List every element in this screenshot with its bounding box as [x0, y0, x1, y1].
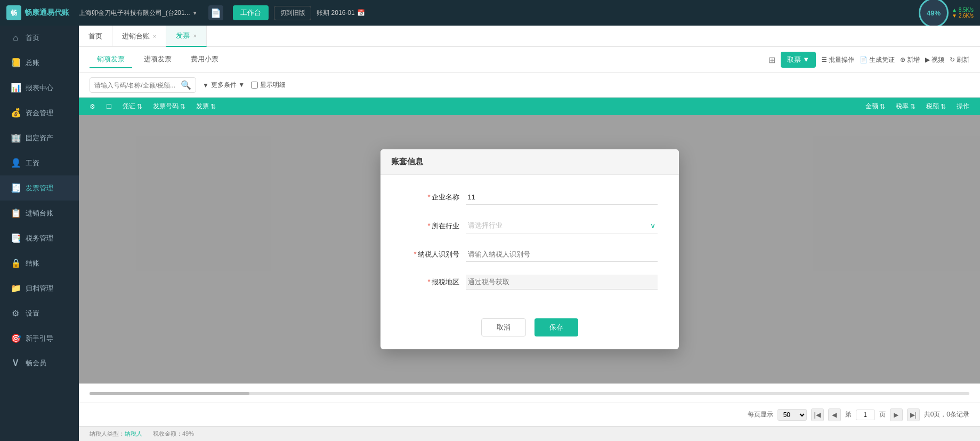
- pagination-bar: 每页显示 50 100 200 |◀ ◀ 第 页 ▶ ▶| 共0页，0条记录: [79, 403, 980, 426]
- tab-invoice[interactable]: 发票 ×: [166, 26, 206, 47]
- company-dropdown-arrow: ▼: [192, 10, 198, 16]
- content-area: 首页 进销台账 × 发票 × 销项发票 进项发票 费用小票 ⊞: [79, 26, 980, 441]
- filter-bar: 🔍 ▼ 更多条件 ▼ 显示明细: [79, 73, 980, 98]
- logo-text: 畅康通易代账: [25, 8, 69, 18]
- sidebar-item-home[interactable]: ⌂ 首页: [0, 26, 79, 50]
- company-selector[interactable]: 上海卯金刀电子科技有限公司_(台201... ▼: [79, 9, 198, 18]
- footer-text: 纳税人类型：纳税人: [90, 430, 142, 438]
- search-box[interactable]: 🔍: [90, 77, 196, 93]
- cancel-button[interactable]: 取消: [481, 318, 526, 336]
- modal-overlay: 账套信息 *企业名称 *所在行业: [79, 115, 980, 383]
- video-icon: ▶: [925, 56, 930, 63]
- refresh-button[interactable]: ↻ 刷新: [950, 55, 969, 65]
- show-detail-check[interactable]: [251, 82, 258, 89]
- first-page-button[interactable]: |◀: [811, 408, 824, 421]
- col-tax-amount[interactable]: 税额 ⇅: [926, 102, 946, 111]
- page-suffix: 页: [879, 410, 886, 419]
- gen-voucher-button[interactable]: 📄 生成凭证: [860, 55, 895, 65]
- sidebar-item-invoice[interactable]: 🧾 发票管理: [0, 175, 79, 201]
- main-layout: ⌂ 首页 📒 总账 📊 报表中心 💰 资金管理 🏢 固定资产 👤 工资 🧾 发票…: [0, 26, 980, 441]
- industry-select[interactable]: 请选择行业 ∨: [466, 218, 658, 234]
- add-button[interactable]: ⊕ 新增: [900, 55, 920, 65]
- filter-icon: ▼: [203, 82, 209, 89]
- reports-icon: 📊: [11, 83, 20, 93]
- last-page-button[interactable]: ▶|: [907, 408, 920, 421]
- per-page-select[interactable]: 50 100 200: [777, 409, 807, 421]
- sidebar-item-close[interactable]: 🔒 结账: [0, 251, 79, 276]
- sidebar-item-tax[interactable]: 📑 税务管理: [0, 226, 79, 251]
- batch-op-button[interactable]: ☰ 批量操作: [821, 55, 854, 65]
- form-row-tax-region: *报税地区: [402, 275, 658, 290]
- tab-purchase-close[interactable]: ×: [153, 33, 156, 39]
- footer-link[interactable]: 纳税人: [125, 430, 142, 437]
- search-icon[interactable]: 🔍: [181, 80, 191, 90]
- tab-home[interactable]: 首页: [79, 26, 112, 47]
- page-number-input[interactable]: [856, 410, 875, 420]
- show-detail-checkbox[interactable]: 显示明细: [251, 81, 286, 90]
- sidebar-item-assets[interactable]: 🏢 固定资产: [0, 125, 79, 150]
- old-version-button[interactable]: 切到旧版: [274, 6, 311, 20]
- speed-indicator: 49%: [919, 0, 949, 28]
- archive-icon: 📁: [11, 283, 20, 293]
- batch-op-icon: ☰: [821, 56, 827, 63]
- page-label: 第: [845, 410, 852, 419]
- company-name-label: *企业名称: [402, 193, 466, 202]
- tab-invoice-close[interactable]: ×: [193, 33, 196, 39]
- col-voucher[interactable]: 凭证 ⇅: [123, 102, 142, 111]
- doc-icon[interactable]: 📄: [208, 5, 223, 20]
- guide-icon: 🎯: [11, 333, 20, 343]
- sidebar-item-purchase[interactable]: 📋 进销台账: [0, 201, 79, 226]
- take-invoice-button[interactable]: 取票 ▼: [781, 52, 816, 68]
- next-page-button[interactable]: ▶: [890, 408, 903, 421]
- tax-id-label: *纳税人识别号: [402, 250, 466, 259]
- company-name-input[interactable]: [466, 190, 658, 205]
- show-detail-label: 显示明细: [260, 81, 286, 90]
- sidebar-item-settings[interactable]: ⚙ 设置: [0, 301, 79, 326]
- save-button[interactable]: 保存: [534, 318, 578, 336]
- sidebar-label-archive: 归档管理: [26, 284, 53, 293]
- search-input[interactable]: [94, 82, 177, 89]
- speed-info: ▲ 8.5K/s ▼ 2.6K/s: [952, 7, 974, 19]
- sidebar-item-ledger[interactable]: 📒 总账: [0, 50, 79, 75]
- sort-tax-icon: ⇅: [941, 103, 946, 110]
- form-row-industry: *所在行业 请选择行业 ∨: [402, 218, 658, 234]
- more-filter-button[interactable]: ▼ 更多条件 ▼: [203, 81, 245, 90]
- sidebar-label-purchase: 进销台账: [26, 209, 53, 218]
- account-info-modal: 账套信息 *企业名称 *所在行业: [380, 149, 679, 349]
- tax-id-input[interactable]: [466, 247, 658, 262]
- sub-tab-purchase[interactable]: 进项发票: [136, 51, 179, 68]
- form-row-tax-id: *纳税人识别号: [402, 247, 658, 262]
- prev-page-button[interactable]: ◀: [828, 408, 841, 421]
- payroll-icon: 👤: [11, 158, 20, 168]
- sidebar-label-assets: 固定资产: [26, 133, 53, 143]
- sidebar-label-home: 首页: [26, 33, 39, 43]
- workbench-button[interactable]: 工作台: [233, 5, 269, 20]
- col-invoice-type[interactable]: 发票 ⇅: [196, 102, 216, 111]
- col-tax-rate[interactable]: 税率 ⇅: [896, 102, 916, 111]
- calendar-icon[interactable]: 📅: [357, 9, 365, 17]
- member-icon: V: [11, 358, 20, 368]
- sidebar-label-finance: 资金管理: [26, 108, 53, 118]
- sidebar-item-finance[interactable]: 💰 资金管理: [0, 100, 79, 125]
- ledger-icon: 📒: [11, 58, 20, 68]
- scrollbar-thumb[interactable]: [90, 392, 249, 395]
- sidebar-item-reports[interactable]: 📊 报表中心: [0, 75, 79, 100]
- col-settings[interactable]: ⚙: [90, 103, 95, 110]
- col-checkbox[interactable]: ☐: [106, 103, 112, 110]
- tax-region-input: [466, 275, 658, 290]
- grid-view-icon[interactable]: ⊞: [768, 55, 775, 65]
- sub-tab-expense[interactable]: 费用小票: [183, 51, 226, 68]
- col-invoice-no[interactable]: 发票号码 ⇅: [153, 102, 185, 111]
- video-button[interactable]: ▶ 视频: [925, 55, 944, 65]
- close-period-icon: 🔒: [11, 258, 20, 268]
- sub-tab-sales[interactable]: 销项发票: [90, 51, 132, 68]
- sidebar-item-payroll[interactable]: 👤 工资: [0, 150, 79, 175]
- sidebar-item-guide[interactable]: 🎯 新手引导: [0, 326, 79, 351]
- col-amount[interactable]: 金额 ⇅: [865, 102, 885, 111]
- tax-region-label: *报税地区: [402, 277, 466, 287]
- scrollbar-track[interactable]: [90, 392, 969, 395]
- sidebar-item-member[interactable]: V 畅会员: [0, 351, 79, 375]
- sidebar-item-archive[interactable]: 📁 归档管理: [0, 276, 79, 301]
- sidebar-label-ledger: 总账: [26, 58, 39, 68]
- tab-purchase[interactable]: 进销台账 ×: [112, 26, 166, 47]
